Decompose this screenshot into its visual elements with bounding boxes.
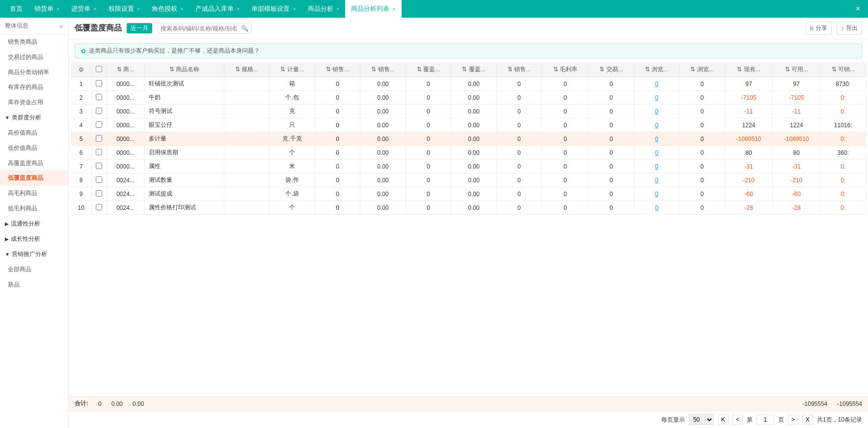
row-browse1[interactable]: 0 xyxy=(634,118,679,132)
sidebar-item-new-products[interactable]: 新品 xyxy=(0,277,68,292)
col-checkbox[interactable] xyxy=(92,62,107,77)
row-trade: 0 xyxy=(589,146,634,160)
select-all-checkbox[interactable] xyxy=(96,66,102,72)
col-name[interactable]: ⇅ 商品名称 xyxy=(144,62,224,77)
row-cover1: 0 xyxy=(406,201,451,215)
col-cover2[interactable]: ⇅ 覆盖... xyxy=(451,62,496,77)
row-browse1[interactable]: 0 xyxy=(634,132,679,146)
col-trade[interactable]: ⇅ 交易... xyxy=(589,62,634,77)
col-margin[interactable]: ⇅ 毛利率 xyxy=(542,62,589,77)
table-row: 3 0000... 符号测试 克 0 0.00 0 0.00 0 0 0 0 0… xyxy=(71,105,866,118)
row-checkbox[interactable] xyxy=(92,187,107,201)
row-current: -210 xyxy=(725,173,772,187)
close-icon[interactable]: × xyxy=(56,6,59,12)
sidebar-item-traded-products[interactable]: 交易过的商品 xyxy=(0,50,68,65)
nav-analysis-list[interactable]: 商品分析列表 × xyxy=(345,0,401,18)
first-page-button[interactable]: K xyxy=(718,415,729,425)
row-checkbox[interactable] xyxy=(92,146,107,160)
row-cover1: 0 xyxy=(406,132,451,146)
nav-sales[interactable]: 销货单 × xyxy=(28,0,65,18)
col-unit[interactable]: ⇅ 计量... xyxy=(270,62,315,77)
col-settings[interactable]: ⚙ xyxy=(71,62,92,77)
content-header: 低覆盖度商品 近一月 🔍 ⎘ 分享 ↑ 导出 xyxy=(69,18,868,39)
row-browse1[interactable]: 0 xyxy=(634,201,679,215)
sidebar-section-liquidity[interactable]: ▶ 流通性分析 xyxy=(0,216,68,231)
sidebar-item-all-products[interactable]: 全部商品 xyxy=(0,262,68,277)
row-margin: 0 xyxy=(542,201,589,215)
nav-template[interactable]: 单据模板设置 × xyxy=(245,0,301,18)
col-sales1[interactable]: ⇅ 销售... xyxy=(315,62,360,77)
row-checkbox[interactable] xyxy=(92,201,107,215)
row-checkbox[interactable] xyxy=(92,173,107,187)
prev-page-button[interactable]: < xyxy=(732,415,743,425)
time-filter-button[interactable]: 近一月 xyxy=(127,23,152,33)
row-browse1[interactable]: 0 xyxy=(634,105,679,118)
close-icon[interactable]: × xyxy=(392,6,395,12)
next-page-button[interactable]: > xyxy=(788,415,798,425)
nav-roles[interactable]: 角色授权 × xyxy=(146,0,189,18)
row-available: 80 xyxy=(773,146,820,160)
nav-analysis[interactable]: 商品分析 × xyxy=(302,0,345,18)
row-checkbox[interactable] xyxy=(92,91,107,105)
row-browse1[interactable]: 0 xyxy=(634,77,679,91)
row-unit: 个 xyxy=(270,146,315,160)
col-cover1[interactable]: ⇅ 覆盖... xyxy=(406,62,451,77)
row-checkbox[interactable] xyxy=(92,118,107,132)
sidebar-item-sales-products[interactable]: 销售类商品 xyxy=(0,34,68,50)
nav-purchase[interactable]: 进货单 × xyxy=(65,0,102,18)
sidebar-item-stocked-products[interactable]: 有库存的商品 xyxy=(0,80,68,95)
row-cover1: 0 xyxy=(406,91,451,105)
sidebar-item-inventory-capital[interactable]: 库存资金占用 xyxy=(0,95,68,110)
close-icon[interactable]: × xyxy=(237,6,240,12)
row-checkbox[interactable] xyxy=(92,160,107,173)
close-icon[interactable]: × xyxy=(336,6,339,12)
row-browse1[interactable]: 0 xyxy=(634,146,679,160)
col-saleable[interactable]: ⇅ 可销... xyxy=(820,62,866,77)
sidebar-item-low-value[interactable]: 低价值商品 xyxy=(0,141,68,156)
close-icon[interactable]: × xyxy=(93,6,96,12)
row-browse1[interactable]: 0 xyxy=(634,160,679,173)
col-sales3[interactable]: ⇅ 销售... xyxy=(496,62,542,77)
last-page-button[interactable]: X xyxy=(802,415,813,425)
window-close-button[interactable]: × xyxy=(852,4,864,13)
row-browse1[interactable]: 0 xyxy=(634,91,679,105)
col-available[interactable]: ⇅ 可用... xyxy=(773,62,820,77)
nav-production[interactable]: 产成品入库单 × xyxy=(190,0,245,18)
share-button[interactable]: ⎘ 分享 xyxy=(806,22,832,35)
col-current[interactable]: ⇅ 现有... xyxy=(725,62,772,77)
sidebar-item-high-margin[interactable]: 高毛利商品 xyxy=(0,186,68,201)
table-row: 7 0000... 属性 米 0 0.00 0 0.00 0 0 0 0 0 -… xyxy=(71,160,866,173)
row-checkbox[interactable] xyxy=(92,105,107,118)
per-page-select[interactable]: 50 10 20 100 xyxy=(689,414,714,425)
col-code[interactable]: ⇅ 商... xyxy=(107,62,144,77)
sidebar-item-category-rate[interactable]: 商品分类动销率 xyxy=(0,65,68,80)
col-browse2[interactable]: ⇅ 浏览... xyxy=(679,62,725,77)
search-input[interactable] xyxy=(161,25,239,32)
nav-permissions[interactable]: 权限设置 × xyxy=(103,0,146,18)
row-checkbox[interactable] xyxy=(92,77,107,91)
row-browse2: 0 xyxy=(679,132,725,146)
sidebar-section-growth[interactable]: ▶ 成长性分析 xyxy=(0,231,68,247)
close-icon[interactable]: × xyxy=(293,6,296,12)
close-icon[interactable]: × xyxy=(180,6,183,12)
row-checkbox[interactable] xyxy=(92,132,107,146)
sidebar-collapse-button[interactable]: « xyxy=(59,22,63,30)
col-sales2[interactable]: ⇅ 销售... xyxy=(360,62,406,77)
page-number-input[interactable] xyxy=(757,415,774,425)
row-trade: 0 xyxy=(589,187,634,201)
footer-sales1-total: 0 xyxy=(98,400,102,407)
sidebar-item-low-coverage[interactable]: 低覆盖度商品 xyxy=(0,171,68,186)
row-browse1[interactable]: 0 xyxy=(634,173,679,187)
data-table-wrapper[interactable]: ⚙ ⇅ 商... ⇅ 商品名称 ⇅ 规格... ⇅ 计量... ⇅ 销售... … xyxy=(71,62,866,396)
export-button[interactable]: ↑ 导出 xyxy=(837,22,862,35)
col-spec[interactable]: ⇅ 规格... xyxy=(224,62,269,77)
row-browse1[interactable]: 0 xyxy=(634,187,679,201)
col-browse1[interactable]: ⇅ 浏览... xyxy=(634,62,679,77)
sidebar-section-group-analysis[interactable]: ▼ 类群度分析 xyxy=(0,110,68,125)
sidebar-item-high-value[interactable]: 高价值商品 xyxy=(0,125,68,141)
sidebar-section-marketing[interactable]: ▼ 营销推广分析 xyxy=(0,247,68,262)
nav-home[interactable]: 首页 xyxy=(4,0,28,18)
close-icon[interactable]: × xyxy=(137,6,140,12)
sidebar-item-high-coverage[interactable]: 高覆盖度商品 xyxy=(0,156,68,171)
sidebar-item-low-margin[interactable]: 低毛利商品 xyxy=(0,201,68,216)
